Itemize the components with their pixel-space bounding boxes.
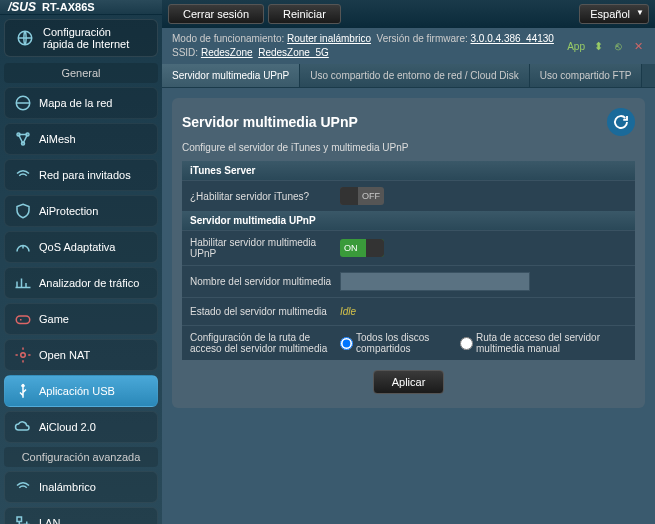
tab-upnp[interactable]: Servidor multimedia UPnP (162, 64, 300, 87)
nav-guest-network[interactable]: Red para invitados (4, 159, 158, 191)
refresh-button[interactable] (607, 108, 635, 136)
itunes-section: iTunes Server (182, 161, 635, 180)
wifi-icon (13, 165, 33, 185)
reboot-button[interactable]: Reiniciar (268, 4, 341, 24)
model-name: RT-AX86S (42, 1, 95, 13)
quick-setup-l2: rápida de Internet (43, 38, 129, 50)
brand-logo: /SUS (8, 0, 36, 14)
nav-lan[interactable]: LAN (4, 507, 158, 524)
tab-samba[interactable]: Uso compartido de entorno de red / Cloud… (300, 64, 529, 87)
mesh-icon (13, 129, 33, 149)
nav-usb-application[interactable]: Aplicación USB (4, 375, 158, 407)
ssid-link-1[interactable]: RedesZone (201, 47, 253, 58)
svg-point-6 (21, 353, 26, 358)
nat-icon (13, 345, 33, 365)
logo-bar: /SUS RT-AX86S (0, 0, 162, 15)
nav-game[interactable]: Game (4, 303, 158, 335)
cloud-icon (13, 417, 33, 437)
section-general: General (4, 63, 158, 83)
link-status-icon[interactable]: ⎋ (611, 39, 625, 53)
nav-open-nat[interactable]: Open NAT (4, 339, 158, 371)
server-name-input[interactable] (340, 272, 530, 291)
operation-mode-link[interactable]: Router inalámbrico (287, 33, 371, 44)
quick-setup-l1: Configuración (43, 26, 129, 38)
nav-aicloud[interactable]: AiCloud 2.0 (4, 411, 158, 443)
chart-icon (13, 273, 33, 293)
top-bar: Cerrar sesión Reiniciar Español (162, 0, 655, 28)
disconnect-status-icon[interactable]: ✕ (631, 39, 645, 53)
globe-icon (13, 93, 33, 113)
path-config-label: Configuración de la ruta de acceso del s… (190, 332, 340, 354)
svg-rect-5 (16, 316, 30, 324)
nav-qos[interactable]: QoS Adaptativa (4, 231, 158, 263)
tab-ftp[interactable]: Uso compartido FTP (530, 64, 643, 87)
nav-network-map[interactable]: Mapa de la red (4, 87, 158, 119)
upnp-panel: Servidor multimedia UPnP Configure el se… (172, 98, 645, 408)
radio-all-disks[interactable]: Todos los discos compartidos (340, 332, 448, 354)
apply-button[interactable]: Aplicar (373, 370, 445, 394)
svg-rect-7 (17, 517, 22, 522)
gamepad-icon (13, 309, 33, 329)
usb-status-icon[interactable]: ⬍ (591, 39, 605, 53)
panel-title: Servidor multimedia UPnP (182, 114, 358, 130)
logout-button[interactable]: Cerrar sesión (168, 4, 264, 24)
nav-aiprotection[interactable]: AiProtection (4, 195, 158, 227)
upnp-toggle[interactable] (340, 239, 384, 257)
itunes-enable-label: ¿Habilitar servidor iTunes? (190, 191, 340, 202)
shield-icon (13, 201, 33, 221)
server-status-value: Idle (340, 306, 356, 317)
itunes-toggle[interactable] (340, 187, 384, 205)
ssid-link-2[interactable]: RedesZone_5G (258, 47, 329, 58)
nav-traffic-analyzer[interactable]: Analizador de tráfico (4, 267, 158, 299)
panel-desc: Configure el servidor de iTunes y multim… (182, 142, 635, 153)
app-label: App (567, 41, 585, 52)
signal-icon (13, 477, 33, 497)
language-select[interactable]: Español (579, 4, 649, 24)
upnp-section: Servidor multimedia UPnP (182, 211, 635, 230)
usb-icon (13, 381, 33, 401)
meta-bar: Modo de funcionamiento: Router inalámbri… (162, 28, 655, 64)
quick-internet-setup[interactable]: Configuraciónrápida de Internet (4, 19, 158, 57)
section-advanced: Configuración avanzada (4, 447, 158, 467)
radio-manual-path[interactable]: Ruta de acceso del servidor multimedia m… (460, 332, 627, 354)
server-name-label: Nombre del servidor multimedia (190, 276, 340, 287)
globe-gear-icon (13, 26, 37, 50)
nav-aimesh[interactable]: AiMesh (4, 123, 158, 155)
server-status-label: Estado del servidor multimedia (190, 306, 340, 317)
gauge-icon (13, 237, 33, 257)
tabs: Servidor multimedia UPnP Uso compartido … (162, 64, 655, 88)
lan-icon (13, 513, 33, 524)
nav-wireless[interactable]: Inalámbrico (4, 471, 158, 503)
upnp-enable-label: Habilitar servidor multimedia UPnP (190, 237, 340, 259)
firmware-link[interactable]: 3.0.0.4.386_44130 (471, 33, 554, 44)
